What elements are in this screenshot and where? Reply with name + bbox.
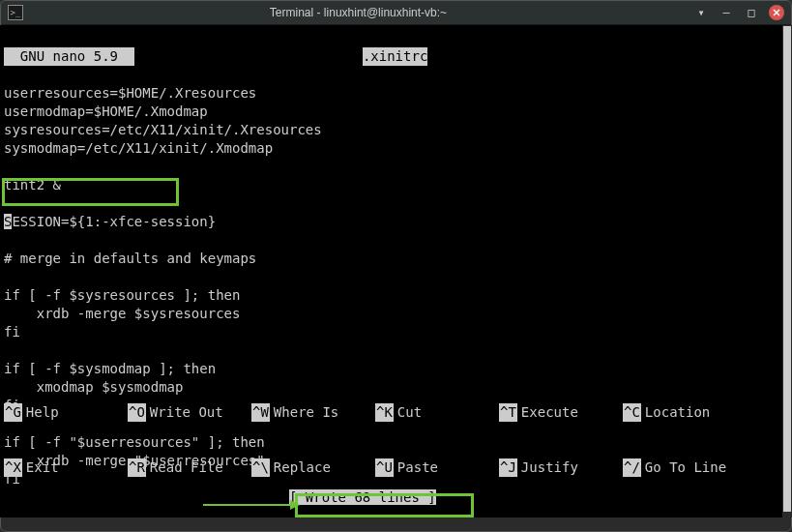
window-controls: ▾ — □ xyxy=(693,5,784,20)
editor-line: fi xyxy=(4,324,20,340)
minimize-button[interactable]: — xyxy=(719,5,734,20)
shortcut-location: ^CLocation xyxy=(623,403,747,422)
menu-button[interactable]: ▾ xyxy=(693,5,709,20)
nano-version: GNU nano 5.9 xyxy=(4,47,134,66)
shortcut-cut: ^KCut xyxy=(375,403,499,422)
editor-line: sysmodmap=/etc/X11/xinit/.Xmodmap xyxy=(4,140,273,156)
editor-line: if [ -f $sysresources ]; then xyxy=(4,287,240,303)
shortcut-exit: ^XExit xyxy=(4,458,128,477)
shortcut-row: ^XExit ^RRead File ^\Replace ^UPaste ^JJ… xyxy=(4,458,782,477)
editor-line: usermodmap=$HOME/.Xmodmap xyxy=(4,103,208,119)
editor-line: userresources=$HOME/.Xresources xyxy=(4,85,256,101)
editor-line: ESSION=${1:-xfce-session} xyxy=(12,214,216,229)
shortcut-replace: ^\Replace xyxy=(251,458,375,477)
scrollbar-thumb[interactable] xyxy=(783,26,791,512)
shortcut-row: ^GHelp ^OWrite Out ^WWhere Is ^KCut ^TEx… xyxy=(4,403,782,422)
shortcut-whereis: ^WWhere Is xyxy=(251,403,375,422)
shortcut-readfile: ^RRead File xyxy=(128,458,251,477)
shortcut-gotoline: ^/Go To Line xyxy=(623,458,747,477)
scrollbar[interactable] xyxy=(782,25,792,517)
close-button[interactable] xyxy=(769,5,784,20)
shortcut-writeout: ^OWrite Out xyxy=(128,403,251,422)
shortcut-justify: ^JJustify xyxy=(499,458,623,477)
editor-line: xrdb -merge $sysresources xyxy=(4,306,240,321)
terminal-icon: >_ xyxy=(8,5,23,20)
shortcut-paste: ^UPaste xyxy=(375,458,499,477)
editor-line: # merge in defaults and keymaps xyxy=(4,251,256,266)
terminal-content[interactable]: GNU nano 5.9 .xinitrc userresources=$HOM… xyxy=(0,25,792,517)
window-title: Terminal - linuxhint@linuxhint-vb:~ xyxy=(23,6,693,19)
shortcut-execute: ^TExecute xyxy=(499,403,623,422)
nano-filename: .xinitrc xyxy=(363,47,427,66)
nano-shortcut-bar: ^GHelp ^OWrite Out ^WWhere Is ^KCut ^TEx… xyxy=(4,367,782,514)
maximize-button[interactable]: □ xyxy=(744,5,759,20)
shortcut-help: ^GHelp xyxy=(4,403,128,422)
editor-line: sysresources=/etc/X11/xinit/.Xresources xyxy=(4,122,322,137)
editor-line: tint2 & xyxy=(4,177,61,192)
window-titlebar: >_ Terminal - linuxhint@linuxhint-vb:~ ▾… xyxy=(0,0,792,25)
